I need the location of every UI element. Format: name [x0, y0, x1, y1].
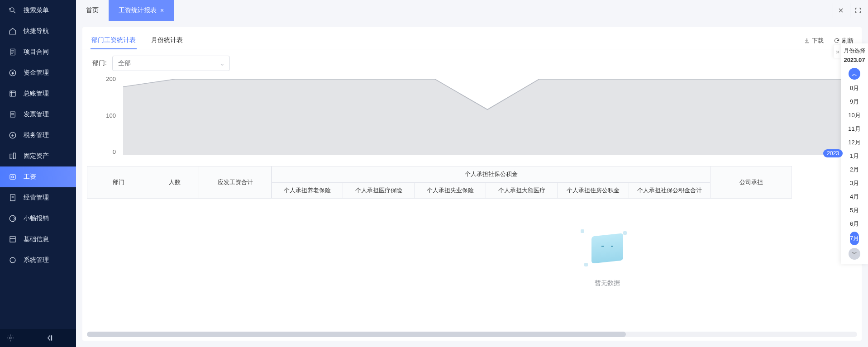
sidebar-items: 搜索菜单 快捷导航 项目合同 资金管理 总账管理 发票管理	[0, 0, 76, 329]
sidebar-label: 经营管理	[24, 194, 49, 202]
sidebar-item-search[interactable]: 搜索菜单	[0, 0, 76, 21]
th-count: 人数	[150, 166, 199, 199]
table-container[interactable]: 部门 人数 应发工资合计 个人承担社保公积金 个人承担养老保险 个人承担医疗保险…	[82, 166, 862, 332]
svg-rect-12	[10, 237, 15, 242]
month-scroll-up[interactable]: ︽	[849, 68, 860, 80]
system-icon	[8, 256, 17, 265]
month-option[interactable]: 9月	[841, 95, 868, 109]
sidebar-label: 工资	[24, 173, 36, 181]
tab-label: 首页	[86, 6, 99, 14]
fullscreen-button[interactable]	[850, 3, 865, 18]
sidebar-item-system[interactable]: 系统管理	[0, 250, 76, 271]
close-icon[interactable]: ×	[160, 7, 164, 14]
collapse-icon[interactable]	[46, 334, 54, 342]
sidebar-item-base[interactable]: 基础信息	[0, 229, 76, 250]
subtab-dept[interactable]: 部门工资统计表	[91, 33, 137, 49]
svg-point-14	[10, 337, 12, 339]
sidebar-item-biz[interactable]: 经营管理	[0, 187, 76, 208]
th-housing: 个人承担住房公积金	[558, 182, 629, 199]
scrollbar-thumb[interactable]	[87, 332, 626, 337]
month-option-selected[interactable]: 7月	[850, 232, 859, 245]
sidebar-label: 总账管理	[24, 90, 49, 98]
main-content: 首页 工资统计报表 × 部门工资统计表 月份统计表	[76, 0, 868, 347]
svg-marker-16	[123, 79, 852, 155]
contract-icon	[8, 48, 17, 57]
subtab-month[interactable]: 月份统计表	[150, 33, 184, 49]
month-option[interactable]: 8月	[841, 81, 868, 95]
filter-label: 部门:	[92, 59, 107, 67]
sidebar-label: 基础信息	[24, 235, 49, 243]
sidebar-label: 搜索菜单	[24, 6, 49, 14]
table-header: 部门 人数 应发工资合计 个人承担社保公积金 个人承担养老保险 个人承担医疗保险…	[87, 166, 862, 199]
select-value: 全部	[118, 59, 131, 67]
sidebar-item-salary[interactable]: 工资	[0, 166, 76, 187]
area-chart: 200 100 0	[92, 76, 852, 162]
table: 部门 人数 应发工资合计 个人承担社保公积金 个人承担养老保险 个人承担医疗保险…	[87, 166, 862, 301]
action-label: 下载	[812, 37, 824, 45]
sidebar-footer	[0, 329, 76, 347]
sidebar: 搜索菜单 快捷导航 项目合同 资金管理 总账管理 发票管理	[0, 0, 76, 347]
th-personal-group: 个人承担社保公积金	[272, 166, 711, 182]
dept-select[interactable]: 全部 ⌄	[112, 56, 230, 71]
tab-label: 工资统计报表	[119, 6, 157, 14]
report-panel: 部门工资统计表 月份统计表 下载 刷新 部门:	[82, 27, 862, 341]
month-option[interactable]: 5月	[841, 204, 868, 217]
plot-area	[123, 79, 852, 155]
month-option[interactable]: 4月	[841, 190, 868, 204]
month-option[interactable]: 6月	[841, 217, 868, 231]
sidebar-item-expense[interactable]: 小畅报销	[0, 208, 76, 229]
sidebar-label: 资金管理	[24, 69, 49, 77]
month-option[interactable]: 3月	[841, 176, 868, 190]
expense-icon	[8, 214, 17, 223]
empty-text: 暂无数据	[595, 279, 620, 287]
month-scroll-down[interactable]: ︾	[849, 248, 860, 260]
money-icon	[8, 68, 17, 77]
month-option[interactable]: 2月	[841, 163, 868, 176]
subtab-label: 月份统计表	[151, 36, 183, 43]
close-all-button[interactable]	[833, 3, 848, 18]
month-option[interactable]: 1月	[841, 149, 868, 163]
filters: 部门: 全部 ⌄	[82, 49, 862, 73]
tabbar: 首页 工资统计报表 ×	[76, 0, 868, 21]
tabbar-actions	[833, 0, 868, 21]
sidebar-item-ledger[interactable]: 总账管理	[0, 83, 76, 104]
horizontal-scrollbar[interactable]	[87, 332, 857, 337]
biz-icon	[8, 193, 17, 202]
salary-icon	[8, 172, 17, 181]
svg-point-13	[10, 257, 15, 263]
asset-icon	[8, 152, 17, 161]
tax-icon	[8, 131, 17, 140]
th-company: 公司承担	[711, 166, 792, 199]
sidebar-item-funds[interactable]: 资金管理	[0, 62, 76, 83]
chart-container: 200 100 0	[82, 73, 862, 166]
month-picker-panel: 月份选择 2023.07 ︽ 8月 9月 10月 11月 12月 1月 2月 3…	[841, 43, 868, 264]
svg-rect-4	[10, 112, 15, 117]
sidebar-item-tax[interactable]: 税务管理	[0, 125, 76, 146]
sidebar-label: 项目合同	[24, 48, 49, 56]
svg-rect-15	[51, 336, 52, 341]
svg-point-9	[12, 176, 14, 178]
sidebar-label: 小畅报销	[24, 214, 49, 223]
invoice-icon	[8, 110, 17, 119]
download-button[interactable]: 下载	[804, 37, 824, 45]
gear-icon[interactable]	[6, 334, 14, 342]
month-picker-current: 2023.07	[844, 57, 865, 66]
sidebar-item-invoice[interactable]: 发票管理	[0, 104, 76, 125]
month-option[interactable]: 11月	[841, 122, 868, 136]
sidebar-label: 系统管理	[24, 256, 49, 264]
y-tick: 0	[113, 148, 116, 155]
sidebar-item-quicknav[interactable]: 快捷导航	[0, 21, 76, 42]
subtab-label: 部门工资统计表	[91, 36, 136, 43]
th-dept: 部门	[87, 166, 150, 199]
home-icon	[8, 27, 17, 36]
sidebar-item-contract[interactable]: 项目合同	[0, 42, 76, 62]
tab-home[interactable]: 首页	[76, 0, 109, 21]
svg-point-11	[10, 215, 16, 222]
base-icon	[8, 235, 17, 244]
sidebar-item-asset[interactable]: 固定资产	[0, 146, 76, 166]
tab-salary-report[interactable]: 工资统计报表 ×	[109, 0, 174, 21]
th-medical: 个人承担医疗保险	[343, 182, 415, 199]
sidebar-label: 快捷导航	[24, 27, 49, 35]
month-option[interactable]: 10月	[841, 109, 868, 122]
month-option[interactable]: 12月	[841, 136, 868, 149]
